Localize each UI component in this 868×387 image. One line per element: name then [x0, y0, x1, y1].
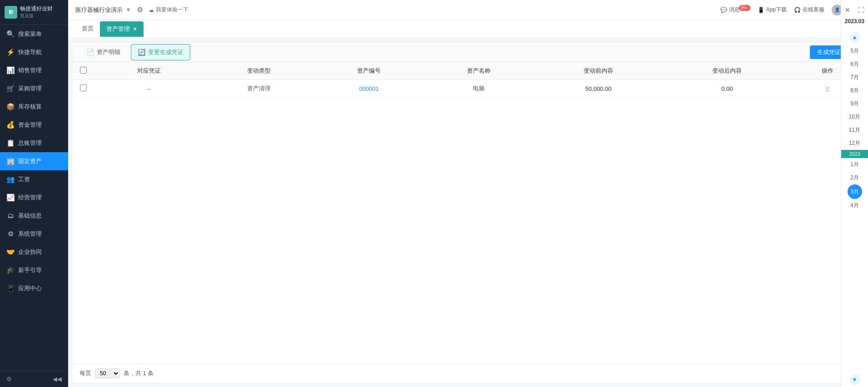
company-selector[interactable]: 医疗器械行业演示 ▼ — [75, 6, 131, 14]
cal-month-10[interactable]: 10月 — [841, 110, 868, 124]
cal-month-1[interactable]: 1月 — [841, 158, 868, 171]
delete-icon[interactable]: 🗑 — [824, 85, 831, 93]
table-header-row: 对应凭证 变动类型 资产编号 资产名称 变动前内容 变动后内容 操作 — [72, 62, 864, 80]
payroll-icon: 👥 — [6, 175, 15, 184]
cal-month-12[interactable]: 12月 — [841, 137, 868, 150]
sidebar-item-label: 系统管理 — [18, 230, 42, 238]
notifications-btn[interactable]: 💬 消息 99+ — [720, 6, 750, 14]
subtab-detail[interactable]: 📄 资产明细 — [79, 44, 127, 60]
cal-month-4[interactable]: 4月 — [841, 199, 868, 212]
tab-close-icon[interactable]: ✕ — [133, 26, 137, 32]
tab-assets-label: 资产管理 — [106, 25, 130, 33]
pagination: 每页 50 10 20 100 条，共 1 条 — [72, 363, 864, 383]
ledger-icon: 📋 — [6, 139, 15, 147]
calendar-nav-up[interactable]: ▲ — [849, 32, 860, 43]
calendar-months: 5月 6月 7月 8月 9月 10月 11月 12月 2023 1月 2月 3月… — [841, 45, 868, 372]
main-content: 医疗器械行业演示 ▼ ⚙ ☁ 我要体验一下 💬 消息 99+ 📱 App下载 🎧… — [68, 0, 868, 387]
topbar: 医疗器械行业演示 ▼ ⚙ ☁ 我要体验一下 💬 消息 99+ 📱 App下载 🎧… — [68, 0, 868, 20]
logo-text-block: 畅捷通好业财 普及版 — [20, 5, 53, 19]
notif-badge: 99+ — [739, 5, 750, 11]
logo-icon: 财 — [5, 6, 17, 19]
collapse-icon[interactable]: ◀◀ — [53, 376, 62, 382]
download-icon: 📱 — [758, 7, 764, 13]
sidebar-item-label: 经营管理 — [18, 194, 42, 202]
experience-btn[interactable]: ☁ 我要体验一下 — [149, 6, 188, 14]
sidebar-item-ledger[interactable]: 📋 总账管理 — [0, 134, 68, 152]
sidebar-item-label: 库存核算 — [18, 103, 42, 111]
col-change-type: 变动类型 — [204, 62, 314, 80]
sidebar-item-sales[interactable]: 📊 销售管理 — [0, 61, 68, 79]
row-checkbox[interactable] — [80, 84, 87, 91]
per-page-label: 每页 — [79, 369, 91, 377]
sidebar-item-inventory[interactable]: 📦 库存核算 — [0, 98, 68, 116]
dropdown-icon: ▼ — [125, 6, 131, 13]
cal-month-11[interactable]: 11月 — [841, 124, 868, 137]
col-asset-no: 资产编号 — [314, 62, 424, 80]
calendar-expand-button[interactable]: ⛶ — [858, 6, 864, 14]
calendar-nav-down[interactable]: ▼ — [849, 374, 860, 385]
subtab-detail-label: 资产明细 — [97, 48, 120, 56]
sidebar-item-label: 采购管理 — [18, 84, 42, 93]
app-download-btn[interactable]: 📱 App下载 — [758, 6, 787, 14]
customer-service-btn[interactable]: 🎧 在线客服 — [794, 6, 824, 14]
sidebar-item-label: 基础信息 — [18, 212, 42, 220]
cal-month-8[interactable]: 8月 — [841, 84, 868, 97]
sidebar-item-collab[interactable]: 🤝 企业协同 — [0, 243, 68, 261]
sidebar-item-system[interactable]: ⚙ 系统管理 — [0, 225, 68, 243]
funds-icon: 💰 — [6, 121, 15, 129]
cal-month-2[interactable]: 2月 — [841, 171, 868, 184]
cal-month-6[interactable]: 6月 — [841, 58, 868, 71]
sidebar-item-guide[interactable]: 🎓 新手引导 — [0, 261, 68, 279]
settings-icon[interactable]: ⚙ — [6, 376, 12, 382]
tab-home-label: 首页 — [82, 25, 94, 32]
sidebar-item-assets[interactable]: 🏢 固定资产 — [0, 152, 68, 170]
table-row: -- 资产清理 000001 电脑 50,000.00 0.00 🗑 — [72, 80, 864, 98]
tabbar: 首页 资产管理 ✕ — [68, 20, 868, 38]
row-asset-name: 电脑 — [424, 80, 534, 98]
select-all-header[interactable] — [72, 62, 94, 80]
sidebar-item-appcenter[interactable]: 📱 应用中心 — [0, 279, 68, 298]
assets-icon: 🏢 — [6, 157, 15, 165]
cal-month-9[interactable]: 9月 — [841, 97, 868, 110]
sidebar-nav: 🔍 搜索菜单 ⚡ 快捷导航 📊 销售管理 🛒 采购管理 📦 库存核算 💰 资金管… — [0, 25, 68, 371]
sidebar-item-funds[interactable]: 💰 资金管理 — [0, 116, 68, 134]
tab-home[interactable]: 首页 — [75, 21, 100, 37]
row-checkbox-cell[interactable] — [72, 80, 94, 98]
sidebar-item-search[interactable]: 🔍 搜索菜单 — [0, 25, 68, 43]
cal-month-3-current[interactable]: 3月 — [848, 184, 862, 199]
calendar-close-button[interactable]: ✕ — [845, 6, 850, 14]
cal-year-2023: 2023 — [841, 150, 868, 158]
sidebar-item-label: 快捷导航 — [18, 48, 42, 56]
row-change-type: 资产清理 — [204, 80, 314, 98]
calendar-header: ✕ ⛶ 2023.03 — [841, 0, 868, 30]
lightning-icon: ⚡ — [6, 48, 15, 56]
generate-label: 生成凭证 — [817, 48, 841, 56]
calendar-current-period: 2023.03 — [845, 16, 864, 26]
calendar-controls: ✕ ⛶ — [841, 4, 868, 16]
sidebar-item-label: 总账管理 — [18, 139, 42, 147]
cal-month-5[interactable]: 5月 — [841, 45, 868, 58]
customer-service-label: 在线客服 — [803, 6, 824, 14]
sidebar-item-operations[interactable]: 📈 经营管理 — [0, 189, 68, 207]
gear-icon[interactable]: ⚙ — [137, 5, 143, 14]
cal-month-7[interactable]: 7月 — [841, 71, 868, 84]
sidebar-item-label: 新手引导 — [18, 266, 42, 274]
row-after-content: 0.00 — [663, 80, 792, 98]
experience-icon: ☁ — [149, 7, 154, 13]
row-before-content: 50,000.00 — [534, 80, 663, 98]
col-after: 变动后内容 — [663, 62, 792, 80]
sidebar-item-quicknav[interactable]: ⚡ 快捷导航 — [0, 43, 68, 61]
row-asset-no: 000001 — [314, 80, 424, 98]
table-body: -- 资产清理 000001 电脑 50,000.00 0.00 🗑 — [72, 80, 864, 98]
sidebar-item-label: 搜索菜单 — [18, 30, 42, 38]
topbar-right: 💬 消息 99+ 📱 App下载 🎧 在线客服 👤 畅捷通 — [720, 5, 861, 15]
tab-assets[interactable]: 资产管理 ✕ — [100, 21, 144, 37]
subtab-voucher[interactable]: 🔄 变更生成凭证 — [131, 44, 190, 60]
sidebar-item-purchase[interactable]: 🛒 采购管理 — [0, 79, 68, 98]
col-asset-name: 资产名称 — [424, 62, 534, 80]
sidebar-item-payroll[interactable]: 👥 工资 — [0, 170, 68, 189]
collab-icon: 🤝 — [6, 248, 15, 256]
sidebar-item-basicinfo[interactable]: 🗂 基础信息 — [0, 207, 68, 225]
select-all-checkbox[interactable] — [80, 67, 87, 74]
per-page-select[interactable]: 50 10 20 100 — [95, 368, 120, 378]
